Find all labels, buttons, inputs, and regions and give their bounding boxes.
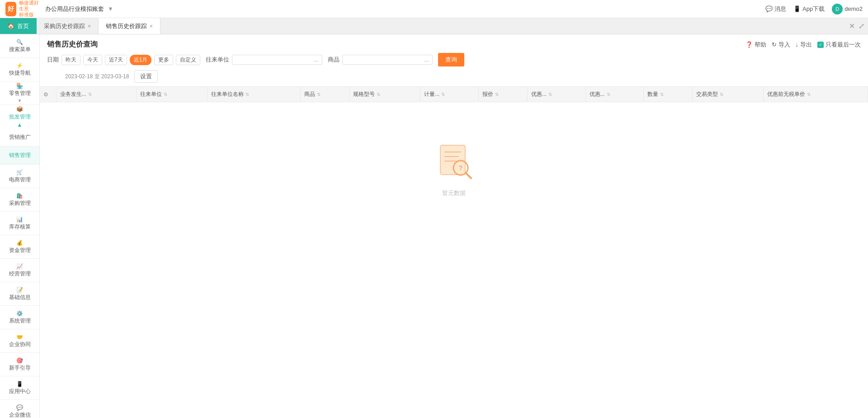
sort-quote-icon: ⇅ <box>495 92 499 97</box>
show-last-checkbox-area[interactable]: ✓ 只看最后一次 <box>817 41 861 49</box>
sidebar-item-wholesale[interactable]: 📦 批发管理 ▲ <box>0 105 39 128</box>
date-btn-more[interactable]: 更多 <box>154 55 173 65</box>
gear-icon[interactable]: ⚙ <box>43 91 48 98</box>
operations-icon: 📈 <box>16 263 23 270</box>
phone-icon: 📱 <box>793 5 801 12</box>
tab-window-actions: ✕ ⤢ <box>845 18 868 34</box>
sort-spec-icon: ⇅ <box>377 92 380 97</box>
product-filter-label: 商品 <box>328 56 340 64</box>
date-btn-7days[interactable]: 近7天 <box>105 55 127 65</box>
sort-partner-name-icon: ⇅ <box>245 92 249 97</box>
col-gear[interactable]: ⚙ <box>40 87 56 102</box>
customer-filter-label: 往来单位 <box>206 56 229 64</box>
tab-sales-close[interactable]: × <box>150 23 153 29</box>
page-title-row: 销售历史价查询 ❓ 帮助 ↻ 导入 ↓ 导出 ✓ <box>47 40 861 49</box>
help-btn[interactable]: ❓ 帮助 <box>745 41 766 49</box>
message-btn[interactable]: 💬 消息 <box>765 5 786 13</box>
sidebar-item-basics[interactable]: 📝 基础信息 <box>0 282 39 306</box>
user-avatar-area[interactable]: D demo2 <box>832 4 863 14</box>
guide-icon: 🎯 <box>16 357 23 364</box>
customer-select[interactable]: ... <box>232 55 322 65</box>
sidebar-item-enterprise[interactable]: 🤝 企业协同 <box>0 329 39 353</box>
export-icon: ↓ <box>796 41 799 48</box>
col-pre-tax[interactable]: 优惠前无税单价 ⇅ <box>764 87 868 102</box>
svg-line-5 <box>466 173 471 178</box>
enterprise-icon: 🤝 <box>16 334 23 340</box>
date-btn-today[interactable]: 今天 <box>83 55 102 65</box>
col-discount1[interactable]: 优惠... ⇅ <box>528 87 586 102</box>
col-qty[interactable]: 数量 ⇅ <box>644 87 693 102</box>
finance-icon: 💰 <box>16 240 23 246</box>
tab-purchase-close[interactable]: × <box>88 23 91 29</box>
sidebar-item-ecommerce[interactable]: 🛒 电商管理 <box>0 165 39 188</box>
product-select[interactable]: ... <box>342 55 433 65</box>
wholesale-arrow-icon: ▲ <box>17 122 23 128</box>
col-quote[interactable]: 报价 ⇅ <box>478 87 527 102</box>
app-download-btn[interactable]: 📱 App下载 <box>793 5 825 13</box>
import-btn[interactable]: ↻ 导入 <box>772 41 790 49</box>
col-discount2[interactable]: 优惠... ⇅ <box>585 87 644 102</box>
ecommerce-icon: 🛒 <box>16 169 23 176</box>
wechat-icon: 💬 <box>16 404 23 411</box>
tab-purchase-history[interactable]: 采购历史价跟踪 × <box>37 18 99 34</box>
date-btn-1month[interactable]: 近1月 <box>130 55 152 65</box>
sidebar-item-inventory[interactable]: 📊 库存核算 <box>0 212 39 235</box>
appstore-icon: 📱 <box>16 381 23 387</box>
sort-partner-code-icon: ⇅ <box>164 92 167 97</box>
sidebar-item-system[interactable]: ⚙️ 系统管理 <box>0 306 39 329</box>
tab-home[interactable]: 🏠 首页 <box>0 18 37 34</box>
setting-button[interactable]: 设置 <box>134 70 158 83</box>
page-title: 销售历史价查询 <box>47 40 98 49</box>
app-title-dropdown[interactable]: ▼ <box>108 5 113 12</box>
top-bar-right: 💬 消息 📱 App下载 D demo2 <box>765 4 863 14</box>
sidebar-item-search[interactable]: 🔍 搜索菜单 <box>0 34 39 58</box>
export-btn[interactable]: ↓ 导出 <box>796 41 812 49</box>
col-partner-code[interactable]: 往来单位 ⇅ <box>137 87 208 102</box>
sidebar-item-quick-nav[interactable]: ⚡ 快捷导航 <box>0 58 39 81</box>
sort-qty-icon: ⇅ <box>660 92 664 97</box>
table-area: ⚙ 业务发生... ⇅ 往来单位 ⇅ <box>40 87 868 418</box>
sidebar-item-appstore[interactable]: 📱 应用中心 <box>0 376 39 400</box>
svg-text:?: ? <box>459 164 463 171</box>
col-spec[interactable]: 规格型号 ⇅ <box>349 87 420 102</box>
sidebar-item-purchase[interactable]: 🛍️ 采购管理 <box>0 188 39 212</box>
col-trade-type[interactable]: 交易类型 ⇅ <box>693 87 764 102</box>
col-biz-date[interactable]: 业务发生... ⇅ <box>56 87 137 102</box>
col-partner-name[interactable]: 往来单位名称 ⇅ <box>208 87 301 102</box>
sort-pre-tax-icon: ⇅ <box>807 92 811 97</box>
window-close-btn[interactable]: ✕ <box>849 22 855 30</box>
content-area: 销售历史价查询 ❓ 帮助 ↻ 导入 ↓ 导出 ✓ <box>40 34 868 418</box>
empty-state: ? 暂元数据 <box>40 102 868 233</box>
product-filter-group: 商品 ... <box>328 55 433 65</box>
show-last-checkbox[interactable]: ✓ <box>817 42 824 48</box>
empty-text: 暂元数据 <box>442 189 466 197</box>
page-header: 销售历史价查询 ❓ 帮助 ↻ 导入 ↓ 导出 ✓ <box>40 34 868 87</box>
sidebar-item-sales-mgmt[interactable]: 销售管理 <box>0 147 39 165</box>
sidebar-item-wechat[interactable]: 💬 企业微信 <box>0 400 39 418</box>
sort-unit-icon: ⇅ <box>441 92 445 97</box>
sidebar-item-finance[interactable]: 💰 资金管理 <box>0 235 39 259</box>
date-btn-yesterday[interactable]: 昨天 <box>61 55 80 65</box>
main-layout: 🔍 搜索菜单 ⚡ 快捷导航 🏪 零售管理 ▼ 📦 批发管理 ▲ 营销推广 销售管… <box>0 34 868 418</box>
tab-sales-history[interactable]: 销售历史价跟踪 × <box>99 18 160 34</box>
sort-product-icon: ⇅ <box>317 92 321 97</box>
sidebar-item-marketing[interactable]: 营销推广 <box>0 128 39 147</box>
filter-row2: 2023-02-18 至 2023-03-18 设置 <box>47 70 861 83</box>
retail-icon: 🏪 <box>16 83 23 89</box>
search-icon: 🔍 <box>16 39 23 45</box>
col-product[interactable]: 商品 ⇅ <box>301 87 349 102</box>
top-bar: 好 畅捷通好生意 标准版 办公用品行业模拟账套 ▼ 💬 消息 📱 App下载 D… <box>0 0 868 18</box>
customer-filter-group: 往来单位 ... <box>206 55 322 65</box>
window-expand-btn[interactable]: ⤢ <box>859 22 864 30</box>
date-range-display: 2023-02-18 至 2023-03-18 <box>65 73 129 81</box>
query-button[interactable]: 查询 <box>438 53 464 66</box>
filter-bar: 日期 昨天 今天 近7天 近1月 更多 自定义 往来单位 ... 商品 <box>47 53 861 68</box>
retail-arrow-icon: ▼ <box>18 98 22 103</box>
date-btn-custom[interactable]: 自定义 <box>176 55 200 65</box>
col-unit[interactable]: 计量... ⇅ <box>420 87 479 102</box>
sidebar-item-retail[interactable]: 🏪 零售管理 ▼ <box>0 81 39 105</box>
sidebar-item-operations[interactable]: 📈 经营管理 <box>0 259 39 282</box>
quick-nav-icon: ⚡ <box>16 62 23 69</box>
sidebar-item-guide[interactable]: 🎯 新手引导 <box>0 353 39 376</box>
wholesale-icon: 📦 <box>16 106 23 112</box>
